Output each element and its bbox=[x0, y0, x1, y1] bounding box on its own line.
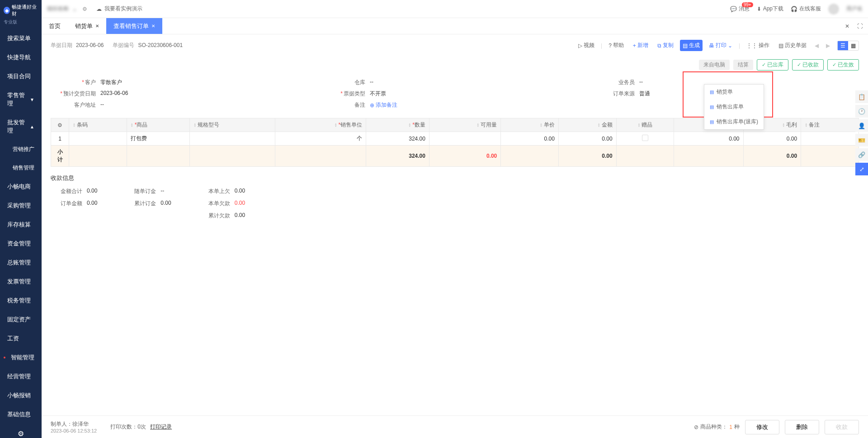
row-profit: 0.00 bbox=[743, 132, 801, 146]
chevron-down-icon: ▼ bbox=[30, 97, 34, 102]
status-effective: ✓已生效 bbox=[827, 59, 859, 71]
source-badge: 来自电脑 bbox=[699, 60, 730, 70]
view-list[interactable]: ☰ bbox=[838, 41, 848, 50]
view-grid[interactable]: ▦ bbox=[848, 41, 859, 50]
remark-label: 备注 bbox=[354, 102, 365, 108]
checkbox[interactable] bbox=[642, 135, 648, 141]
th-price[interactable]: ▲▼单价 bbox=[501, 118, 559, 132]
nav-inventory[interactable]: 库存核算 bbox=[0, 215, 42, 234]
nav-funds[interactable]: 资金管理 bbox=[0, 234, 42, 253]
close-icon[interactable]: ✕ bbox=[95, 24, 99, 28]
table-row[interactable]: 1 打包费 个 324.00 0.00 0.00 0.00 0.00 bbox=[51, 132, 859, 146]
nav-smart[interactable]: 智能管理 bbox=[0, 348, 42, 367]
nav-quick[interactable]: 快捷导航 bbox=[0, 48, 42, 67]
generate-button[interactable]: ▤生成 bbox=[680, 40, 703, 51]
nav-project[interactable]: 项目合同 bbox=[0, 67, 42, 86]
operate-button[interactable]: ⋮⋮操作 bbox=[744, 40, 772, 51]
download-icon: ⬇ bbox=[757, 6, 761, 12]
tab-sales-doc[interactable]: 销货单✕ bbox=[68, 18, 106, 34]
owed-current-label: 本单欠款 bbox=[198, 200, 230, 207]
notification-dot bbox=[4, 357, 5, 358]
timestamp: 2023-06-06 12:53:12 bbox=[51, 428, 97, 433]
eye-off-icon[interactable]: ⊘ bbox=[694, 424, 698, 430]
tool-coupon[interactable]: 🎫 bbox=[855, 134, 868, 146]
user-name[interactable]: 用户名 bbox=[846, 5, 863, 13]
th-note[interactable]: ▲▼备注 bbox=[801, 118, 859, 132]
nav-expense[interactable]: 小畅报销 bbox=[0, 386, 42, 405]
pager-next[interactable]: ▶ bbox=[824, 42, 832, 49]
tab-view-order[interactable]: 查看销售订单✕ bbox=[106, 18, 162, 34]
video-button[interactable]: ▷视频 bbox=[576, 40, 597, 51]
nav-invoice[interactable]: 发票管理 bbox=[0, 272, 42, 291]
th-unit[interactable]: ▲▼*销售单位 bbox=[275, 118, 366, 132]
add-remark-link[interactable]: ⊕添加备注 bbox=[370, 101, 397, 109]
nav-retail[interactable]: 零售管理▼ bbox=[0, 86, 42, 113]
th-gift[interactable]: ▲▼赠品 bbox=[616, 118, 674, 132]
nav-business[interactable]: 经营管理 bbox=[0, 367, 42, 386]
print-count-value: 0次 bbox=[137, 424, 146, 430]
avatar[interactable] bbox=[828, 4, 839, 14]
row-qty: 324.00 bbox=[366, 132, 429, 146]
dropdown-sales-doc[interactable]: ▤销货单 bbox=[704, 85, 764, 99]
download-button[interactable]: ⬇ App下载 bbox=[757, 5, 783, 13]
tab-close-all[interactable]: ✕ bbox=[843, 22, 852, 31]
messages-button[interactable]: 💬 消息 99+ bbox=[730, 5, 750, 13]
nav-ecommerce[interactable]: 小畅电商 bbox=[0, 177, 42, 196]
demo-link[interactable]: ☁ 我要看实例演示 bbox=[96, 5, 142, 13]
nav-basic[interactable]: 基础信息 bbox=[0, 405, 42, 424]
tool-link[interactable]: 🔗 bbox=[855, 148, 868, 161]
tab-home[interactable]: 首页 bbox=[42, 18, 68, 34]
row-price: 0.00 bbox=[501, 132, 559, 146]
copy-button[interactable]: ⧉复制 bbox=[655, 40, 676, 51]
nav-sales-mgmt[interactable]: 销售管理 bbox=[0, 159, 42, 177]
warehouse-label: 仓库 bbox=[354, 79, 365, 85]
settle-badge: 结算 bbox=[733, 60, 753, 70]
nav-assets[interactable]: 固定资产 bbox=[0, 310, 42, 329]
delete-button[interactable]: 删除 bbox=[785, 420, 819, 434]
tool-history[interactable]: 🕐 bbox=[855, 105, 868, 118]
nav-wholesale[interactable]: 批发管理▲ bbox=[0, 113, 42, 140]
new-button[interactable]: +新增 bbox=[630, 40, 651, 51]
tool-note[interactable]: 📋 bbox=[855, 90, 868, 103]
operate-icon: ⋮⋮ bbox=[746, 42, 757, 49]
nav-ledger[interactable]: 总账管理 bbox=[0, 253, 42, 272]
nav-search[interactable]: 搜索菜单 bbox=[0, 29, 42, 48]
gear-icon[interactable]: ⚙ bbox=[82, 6, 87, 12]
nav-purchase[interactable]: 采购管理 bbox=[0, 196, 42, 215]
history-button[interactable]: ▤历史单据 bbox=[776, 40, 809, 51]
tool-expand[interactable]: ⤢ bbox=[855, 163, 868, 175]
row-estimate: 0.00 bbox=[674, 132, 743, 146]
pager-prev[interactable]: ◀ bbox=[813, 42, 821, 49]
receive-button[interactable]: 收款 bbox=[825, 420, 859, 434]
help-button[interactable]: ?帮助 bbox=[606, 40, 627, 51]
nav-salary[interactable]: 工资 bbox=[0, 329, 42, 348]
org-selector[interactable]: 组织名称 ⌄ bbox=[47, 5, 77, 13]
sidebar-settings[interactable]: ⚙ bbox=[0, 424, 42, 438]
th-qty[interactable]: ▲▼*数量 bbox=[366, 118, 429, 132]
tool-user[interactable]: 👤 bbox=[855, 119, 868, 132]
salesperson-label: 业务员 bbox=[618, 79, 635, 85]
dropdown-outbound[interactable]: ▤销售出库单 bbox=[704, 99, 764, 114]
status-shipped: ✓已出库 bbox=[757, 59, 788, 71]
th-available[interactable]: ▲▼可用量 bbox=[429, 118, 500, 132]
close-icon[interactable]: ✕ bbox=[151, 24, 155, 28]
row-unit: 个 bbox=[275, 132, 366, 146]
sidebar: ◆ 畅捷通好业财 专业版 搜索菜单 快捷导航 项目合同 零售管理▼ 批发管理▲ … bbox=[0, 0, 42, 438]
service-button[interactable]: 🎧 在线客服 bbox=[791, 5, 821, 13]
fullscreen-icon[interactable]: ⛶ bbox=[855, 22, 864, 31]
print-log-link[interactable]: 打印记录 bbox=[150, 424, 172, 430]
delivery-date-label: 预计交货日期 bbox=[63, 90, 96, 97]
doc-icon: ▤ bbox=[710, 119, 714, 124]
subtotal-profit: 0.00 bbox=[743, 146, 801, 167]
th-product[interactable]: ▲▼*商品 bbox=[127, 118, 190, 132]
th-spec[interactable]: ▲▼规格型号 bbox=[190, 118, 275, 132]
dropdown-return[interactable]: ▤销售出库单(退库) bbox=[704, 114, 764, 129]
th-settings[interactable]: ⚙ bbox=[51, 118, 69, 132]
th-barcode[interactable]: ▲▼条码 bbox=[69, 118, 127, 132]
nav-tax[interactable]: 税务管理 bbox=[0, 291, 42, 310]
nav-marketing[interactable]: 营销推广 bbox=[0, 140, 42, 159]
print-button[interactable]: 🖶打印⌄ bbox=[706, 40, 735, 51]
doc-date-label: 单据日期 bbox=[51, 42, 72, 48]
th-amount[interactable]: ▲▼金额 bbox=[558, 118, 616, 132]
modify-button[interactable]: 修改 bbox=[745, 420, 779, 434]
